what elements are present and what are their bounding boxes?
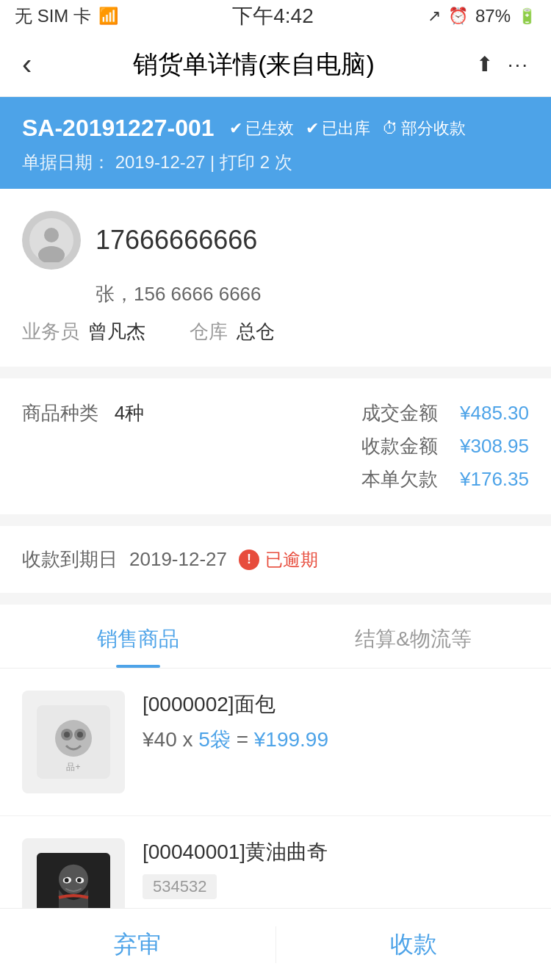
category-count: 4种 [115, 402, 144, 424]
status-time: 下午4:42 [232, 2, 314, 30]
summary-left: 商品种类 4种 [22, 400, 144, 426]
banner-badges: ✔ 已生效 ✔ 已出库 ⏱ 部分收款 [229, 118, 466, 140]
product-name-2: [00040001]黄油曲奇 [143, 838, 529, 866]
battery-icon: 🔋 [518, 7, 536, 25]
alarm-icon: ⏰ [448, 7, 468, 26]
svg-point-14 [65, 878, 69, 882]
salesperson-label: 业务员 [22, 319, 79, 345]
customer-top: 17666666666 [22, 211, 529, 270]
back-button[interactable]: ‹ [22, 48, 32, 81]
nav-left: ‹ [22, 48, 32, 81]
collected-row: 收款金额 ¥308.95 [361, 433, 529, 459]
carrier-text: 无 SIM 卡 [15, 4, 91, 28]
more-icon[interactable]: ··· [508, 53, 529, 76]
status-right: ↗ ⏰ 87% 🔋 [428, 6, 536, 26]
product-info-1: [0000002]面包 ¥40 x 5袋 = ¥199.99 [143, 691, 529, 754]
quantity-blue-1: 5袋 [198, 728, 231, 751]
equals-1: = [231, 728, 254, 751]
due-date-label: 收款到期日 [22, 547, 118, 572]
battery-text: 87% [475, 6, 511, 26]
product-thumb-1: 品+ [22, 691, 125, 793]
avatar [22, 211, 81, 270]
status-bar: 无 SIM 卡 📶 下午4:42 ↗ ⏰ 87% 🔋 [0, 0, 551, 32]
divider-1 [0, 367, 551, 378]
tab-settlement-label: 结算&物流等 [355, 627, 472, 650]
status-left: 无 SIM 卡 📶 [15, 4, 118, 28]
tab-sales[interactable]: 销售商品 [0, 605, 276, 668]
due-date-section: 收款到期日 2019-12-27 ! 已逾期 [0, 526, 551, 593]
deal-amount-label: 成交金额 [361, 400, 438, 426]
svg-point-1 [44, 228, 59, 242]
summary-right: 成交金额 ¥485.30 收款金额 ¥308.95 本单欠款 ¥176.35 [361, 400, 529, 492]
deal-amount-value: ¥485.30 [460, 402, 529, 425]
order-number: SA-20191227-001 [22, 115, 215, 142]
svg-text:品+: 品+ [66, 762, 80, 772]
overdue-badge: ! 已逾期 [239, 548, 318, 572]
overdue-text: 已逾期 [265, 548, 318, 572]
salesperson-value: 曾凡杰 [88, 319, 145, 345]
page-title: 销货单详情(来自电脑) [133, 48, 375, 82]
badge-shipped: ✔ 已出库 [306, 118, 370, 140]
clock-icon: ⏱ [382, 119, 398, 138]
tab-settlement[interactable]: 结算&物流等 [276, 605, 551, 668]
warehouse-info: 仓库 总仓 [190, 319, 275, 345]
banner-date: 单据日期： 2019-12-27 | 打印 2 次 [22, 151, 529, 174]
product-price-1: ¥40 x 5袋 = ¥199.99 [143, 726, 529, 754]
salesperson-info: 业务员 曾凡杰 [22, 319, 145, 345]
customer-card: 17666666666 张，156 6666 6666 业务员 曾凡杰 仓库 总… [0, 189, 551, 367]
total-1: ¥199.99 [254, 728, 328, 751]
collected-value: ¥308.95 [460, 435, 529, 458]
badge-partial: ⏱ 部分收款 [382, 118, 466, 140]
abandon-review-button[interactable]: 弃审 [0, 914, 276, 976]
check-icon-2: ✔ [306, 119, 319, 138]
warehouse-label: 仓库 [190, 319, 228, 345]
nav-right: ⬆ ··· [476, 52, 529, 76]
order-banner: SA-20191227-001 ✔ 已生效 ✔ 已出库 ⏱ 部分收款 单据日期：… [0, 97, 551, 189]
product-name-1: [0000002]面包 [143, 691, 529, 718]
tab-bar: 销售商品 结算&物流等 [0, 605, 551, 669]
svg-point-11 [59, 865, 88, 894]
overdue-dot-icon: ! [239, 550, 259, 570]
badge-active: ✔ 已生效 [229, 118, 294, 140]
summary-row: 商品种类 4种 成交金额 ¥485.30 收款金额 ¥308.95 本单欠款 ¥… [22, 400, 529, 492]
customer-info-row: 业务员 曾凡杰 仓库 总仓 [22, 319, 529, 345]
warehouse-value: 总仓 [237, 319, 275, 345]
collected-label: 收款金额 [361, 433, 438, 459]
deal-amount-row: 成交金额 ¥485.30 [361, 400, 529, 426]
due-date-value: 2019-12-27 [129, 548, 227, 571]
svg-point-4 [55, 720, 92, 757]
svg-point-15 [77, 878, 82, 882]
owed-value: ¥176.35 [460, 468, 529, 491]
collect-payment-button[interactable]: 收款 [276, 914, 552, 976]
customer-phone: 17666666666 [96, 225, 257, 256]
customer-name: 张，156 6666 6666 [22, 281, 529, 307]
owed-label: 本单欠款 [361, 466, 438, 492]
bottom-action-bar: 弃审 收款 [0, 908, 551, 980]
summary-card: 商品种类 4种 成交金额 ¥485.30 收款金额 ¥308.95 本单欠款 ¥… [0, 378, 551, 514]
nav-bar: ‹ 销货单详情(来自电脑) ⬆ ··· [0, 32, 551, 97]
tab-sales-label: 销售商品 [97, 627, 179, 650]
svg-point-7 [64, 732, 70, 738]
location-icon: ↗ [428, 7, 441, 26]
owed-row: 本单欠款 ¥176.35 [361, 466, 529, 492]
list-item: 品+ [0000002]面包 ¥40 x 5袋 = ¥199.99 [0, 669, 551, 816]
check-icon-1: ✔ [229, 119, 242, 138]
product-tag-2: 534532 [143, 874, 217, 899]
svg-point-8 [77, 732, 83, 738]
wifi-icon: 📶 [98, 7, 118, 26]
share-icon[interactable]: ⬆ [476, 52, 493, 76]
category-label: 商品种类 [22, 402, 98, 424]
price-text-1: ¥40 x [143, 728, 198, 751]
